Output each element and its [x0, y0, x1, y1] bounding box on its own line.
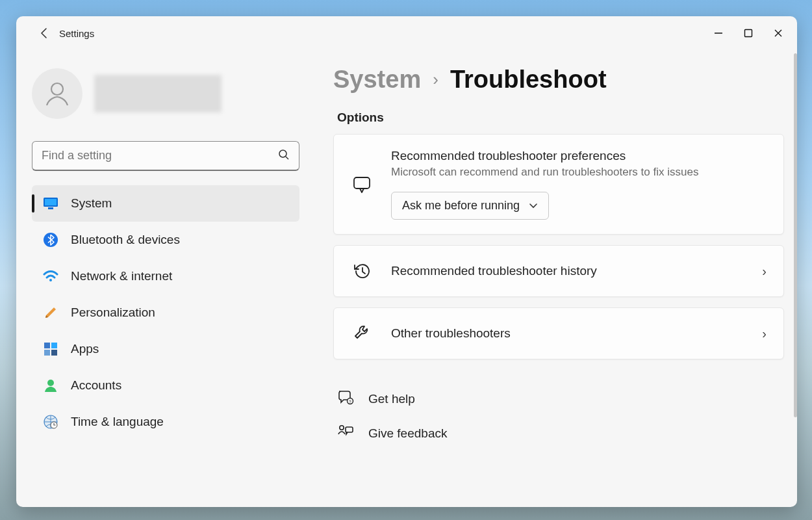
other-troubleshooters-card[interactable]: Other troubleshooters › — [333, 307, 784, 359]
sidebar-item-label: Network & internet — [71, 269, 172, 283]
monitor-icon — [42, 195, 59, 212]
profile-block — [32, 50, 299, 137]
nav-list: System Bluetooth & devices Network & int… — [32, 185, 299, 440]
svg-rect-13 — [51, 350, 57, 356]
chat-bubble-icon — [351, 174, 373, 196]
sidebar-item-label: System — [71, 196, 112, 211]
chevron-right-icon: › — [762, 264, 767, 279]
svg-rect-6 — [45, 199, 57, 205]
troubleshooter-prefs-card: Recommended troubleshooter preferences M… — [333, 134, 784, 235]
prefs-dropdown[interactable]: Ask me before running — [391, 192, 549, 220]
svg-rect-7 — [48, 207, 53, 209]
svg-point-3 — [279, 150, 286, 157]
main-content: System › Troubleshoot Options Recommende… — [315, 50, 797, 507]
app-title: Settings — [59, 28, 94, 39]
svg-rect-21 — [346, 427, 353, 432]
back-button[interactable] — [34, 23, 55, 44]
svg-rect-17 — [354, 177, 370, 188]
sidebar: System Bluetooth & devices Network & int… — [16, 50, 315, 507]
sidebar-item-label: Bluetooth & devices — [71, 233, 180, 247]
sidebar-item-time-language[interactable]: Time & language — [32, 404, 299, 440]
breadcrumb-parent[interactable]: System — [333, 66, 421, 94]
help-icon: ? — [337, 389, 354, 408]
give-feedback-link[interactable]: Give feedback — [333, 417, 784, 449]
avatar[interactable] — [32, 68, 82, 119]
sidebar-item-personalization[interactable]: Personalization — [32, 294, 299, 331]
history-icon — [351, 260, 373, 282]
help-label: Get help — [368, 392, 415, 406]
sidebar-item-label: Time & language — [71, 415, 164, 429]
scrollbar[interactable] — [794, 53, 797, 417]
sidebar-item-apps[interactable]: Apps — [32, 331, 299, 367]
wrench-icon — [351, 322, 373, 344]
brush-icon — [42, 304, 59, 321]
search-box[interactable] — [32, 141, 299, 171]
svg-rect-10 — [44, 343, 50, 348]
dropdown-value: Ask me before running — [402, 199, 520, 213]
settings-window: Settings — [16, 16, 797, 507]
wifi-icon — [42, 268, 59, 285]
svg-rect-11 — [51, 343, 57, 348]
username-redacted — [94, 75, 222, 112]
feedback-label: Give feedback — [368, 426, 447, 441]
get-help-link[interactable]: ? Get help — [333, 383, 784, 415]
breadcrumb: System › Troubleshoot — [333, 66, 784, 94]
prefs-title: Recommended troubleshooter preferences — [391, 149, 767, 163]
svg-point-20 — [340, 426, 344, 430]
chevron-right-icon: › — [762, 326, 767, 341]
person-icon — [42, 377, 59, 394]
search-icon — [278, 149, 290, 163]
search-input[interactable] — [42, 149, 278, 162]
bluetooth-icon — [42, 231, 59, 248]
prefs-subtitle: Microsoft can recommend and run troubles… — [391, 166, 767, 179]
feedback-icon — [337, 424, 354, 443]
globe-clock-icon — [42, 413, 59, 430]
other-label: Other troubleshooters — [391, 326, 744, 341]
maximize-button[interactable] — [733, 23, 763, 44]
page-title: Troubleshoot — [450, 66, 607, 94]
sidebar-item-network[interactable]: Network & internet — [32, 258, 299, 294]
minimize-button[interactable] — [704, 23, 733, 44]
sidebar-item-system[interactable]: System — [32, 185, 299, 222]
titlebar: Settings — [16, 16, 797, 50]
svg-point-14 — [47, 380, 54, 386]
history-label: Recommended troubleshooter history — [391, 264, 744, 278]
sidebar-item-label: Personalization — [71, 306, 155, 320]
sidebar-item-label: Apps — [71, 342, 99, 356]
troubleshooter-history-card[interactable]: Recommended troubleshooter history › — [333, 245, 784, 297]
sidebar-item-accounts[interactable]: Accounts — [32, 367, 299, 404]
sidebar-item-label: Accounts — [71, 378, 121, 393]
svg-rect-1 — [745, 30, 752, 37]
svg-rect-12 — [44, 350, 50, 356]
options-heading: Options — [337, 110, 784, 125]
svg-point-9 — [49, 279, 52, 281]
apps-icon — [42, 341, 59, 358]
sidebar-item-bluetooth[interactable]: Bluetooth & devices — [32, 222, 299, 258]
chevron-right-icon: › — [433, 70, 438, 90]
chevron-down-icon — [529, 199, 538, 213]
svg-point-2 — [51, 83, 63, 95]
svg-line-4 — [286, 157, 288, 159]
close-button[interactable] — [763, 23, 793, 44]
